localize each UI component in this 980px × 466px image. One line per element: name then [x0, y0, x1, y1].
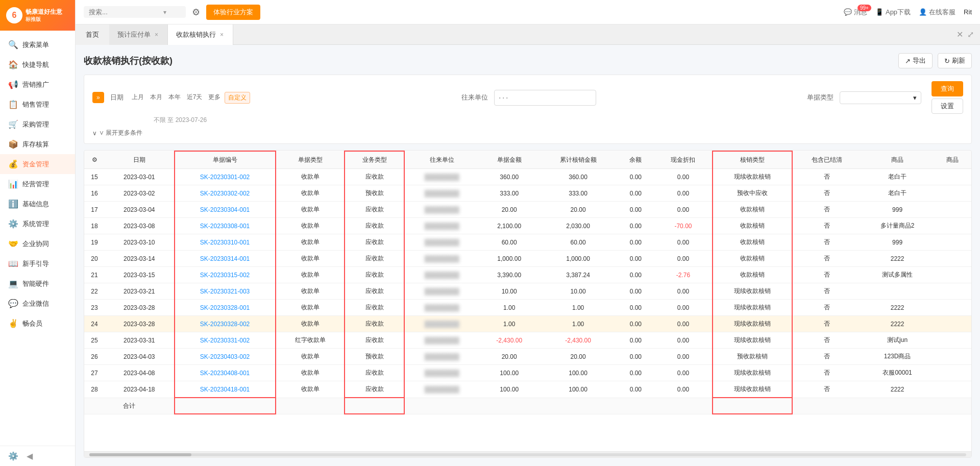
singleno-link[interactable]: SK-20230321-003 [200, 288, 250, 295]
sidebar-item-wechat[interactable]: 💬 企业微信 [0, 293, 75, 313]
singleno-link[interactable]: SK-20230331-002 [200, 337, 250, 344]
sidebar-item-basic[interactable]: ℹ️ 基础信息 [0, 194, 75, 214]
date-this-month[interactable]: 本月 [148, 92, 164, 104]
cell-idx: 16 [84, 185, 105, 202]
date-last-month[interactable]: 上月 [130, 92, 146, 104]
sidebar-item-sales[interactable]: 📋 销售管理 [0, 94, 75, 114]
settings-icon[interactable]: ⚙️ [8, 451, 18, 461]
collapse-icon[interactable]: ◀ [27, 451, 33, 461]
page-title: 收款核销执行(按收款) [84, 55, 173, 67]
gear-icon[interactable]: ⚙ [192, 7, 200, 18]
tab-prepay[interactable]: 预计应付单 × [109, 24, 168, 45]
date-custom-btn[interactable]: 自定义 [225, 92, 250, 104]
cell-singleno: SK-20230331-002 [175, 332, 276, 349]
singleno-link[interactable]: SK-20230403-002 [200, 353, 250, 360]
cell-goods: 2222 [861, 300, 934, 316]
sidebar-label-finance: 资金管理 [22, 160, 49, 169]
singleno-link[interactable]: SK-20230418-001 [200, 386, 250, 393]
doctype-select[interactable]: ▾ [840, 91, 921, 104]
cell-balance: 0.00 [617, 300, 654, 316]
search-bar[interactable]: ▾ [84, 6, 186, 18]
sidebar-item-finance[interactable]: 💰 资金管理 [0, 154, 75, 174]
sidebar-item-purchase[interactable]: 🛒 采购管理 [0, 114, 75, 134]
cell-goods: 999 [861, 202, 934, 218]
tab-receivable[interactable]: 收款核销执行 × [168, 24, 233, 45]
date-last-7days[interactable]: 近7天 [185, 92, 205, 104]
singleno-link[interactable]: SK-20230302-002 [200, 190, 250, 197]
cell-amount: 100.00 [479, 365, 539, 381]
cell-singleno: SK-20230310-001 [175, 234, 276, 251]
date-more[interactable]: 更多 [206, 92, 223, 104]
sidebar-item-system[interactable]: ⚙️ 系统管理 [0, 214, 75, 234]
cell-singleno: SK-20230301-002 [175, 169, 276, 185]
refresh-button[interactable]: ↻ 刷新 [938, 53, 972, 68]
export-button[interactable]: ↗ 导出 [898, 53, 933, 68]
singleno-link[interactable]: SK-20230328-002 [200, 321, 250, 328]
close-all-icon[interactable]: ✕ [957, 30, 963, 39]
singleno-link[interactable]: SK-20230304-001 [200, 206, 250, 213]
table-row: 27 2023-04-08 SK-20230408-001 收款单 应收款 ██… [84, 365, 971, 381]
cell-biztype: 应收款 [345, 234, 404, 251]
cell-goods: 老白干 [861, 169, 934, 185]
cell-cancelamt: -2,430.00 [539, 332, 617, 349]
cell-singletype: 收款单 [276, 185, 345, 202]
col-header-singleno: 单据编号 [175, 151, 276, 169]
chevron-down-icon: ▾ [163, 9, 166, 16]
app-download-button[interactable]: 📱 App下载 [875, 8, 911, 17]
expand-more-button[interactable]: ∨ ∨ 展开更多条件 [92, 129, 963, 137]
sidebar-logo: 6 畅康道好生意 标推版 [0, 0, 75, 31]
singleno-link[interactable]: SK-20230308-001 [200, 223, 250, 230]
cell-amount: 1.00 [479, 316, 539, 332]
col-header-singletype: 单据类型 [276, 151, 345, 169]
sidebar-label-inventory: 库存核算 [22, 140, 49, 149]
cell-idx: 18 [84, 218, 105, 234]
table-row: 23 2023-03-28 SK-20230328-001 收款单 应收款 ██… [84, 300, 971, 316]
filter-collapse-button[interactable]: » [92, 92, 104, 103]
summary-label: 合计 [84, 398, 175, 414]
cell-amount: 1,000.00 [479, 251, 539, 267]
horizontal-scrollbar[interactable] [84, 451, 971, 457]
cell-singleno: SK-20230403-002 [175, 349, 276, 365]
date-this-year[interactable]: 本年 [166, 92, 183, 104]
cell-partner: ████████ [404, 267, 480, 283]
sidebar-item-marketing[interactable]: 📢 营销推广 [0, 75, 75, 94]
cell-biztype: 应收款 [345, 316, 404, 332]
singleno-link[interactable]: SK-20230301-002 [200, 174, 250, 181]
cell-biztype: 预收款 [345, 185, 404, 202]
singleno-link[interactable]: SK-20230408-001 [200, 370, 250, 377]
sidebar-item-member[interactable]: ✌️ 畅会员 [0, 313, 75, 333]
sidebar-icon-basic: ℹ️ [8, 199, 18, 209]
summary-goods [861, 398, 934, 414]
tab-prepay-close-icon[interactable]: × [154, 30, 159, 39]
cell-singletype: 收款单 [276, 381, 345, 398]
tab-receivable-close-icon[interactable]: × [219, 30, 225, 39]
col-header-settings[interactable]: ⚙ [84, 151, 105, 169]
cell-date: 2023-03-02 [105, 185, 175, 202]
expand-icon[interactable]: ⤢ [967, 30, 974, 39]
cell-date: 2023-03-01 [105, 169, 175, 185]
cell-canceltype: 收款核销 [713, 202, 792, 218]
singleno-link[interactable]: SK-20230314-001 [200, 255, 250, 262]
online-service-button[interactable]: 👤 在线客服 [919, 8, 955, 17]
search-input[interactable] [89, 8, 160, 16]
sidebar-item-inventory[interactable]: 📦 库存核算 [0, 134, 75, 154]
industry-solution-button[interactable]: 体验行业方案 [206, 5, 260, 20]
singleno-link[interactable]: SK-20230315-002 [200, 272, 250, 279]
singleno-link[interactable]: SK-20230328-001 [200, 304, 250, 311]
sidebar-item-search[interactable]: 🔍 搜索菜单 [0, 35, 75, 55]
message-button[interactable]: 💬 消息 99+ [844, 8, 867, 17]
export-icon: ↗ [905, 57, 911, 65]
query-button[interactable]: 查询 [932, 81, 963, 96]
partner-select[interactable]: ··· [494, 90, 596, 106]
cell-includeclear: 否 [792, 332, 861, 349]
sidebar-icon-operation: 📊 [8, 179, 18, 189]
sidebar-item-corp[interactable]: 🤝 企业协同 [0, 234, 75, 254]
sidebar-item-hardware[interactable]: 💻 智能硬件 [0, 274, 75, 293]
sidebar-item-operation[interactable]: 📊 经营管理 [0, 174, 75, 194]
filter-settings-button[interactable]: 设置 [932, 99, 963, 114]
cell-partner: ████████ [404, 365, 480, 381]
sidebar-item-quicknav[interactable]: 🏠 快捷导航 [0, 55, 75, 75]
singleno-link[interactable]: SK-20230310-001 [200, 239, 250, 246]
sidebar-item-guide[interactable]: 📖 新手引导 [0, 254, 75, 274]
tab-home[interactable]: 首页 [76, 24, 109, 45]
